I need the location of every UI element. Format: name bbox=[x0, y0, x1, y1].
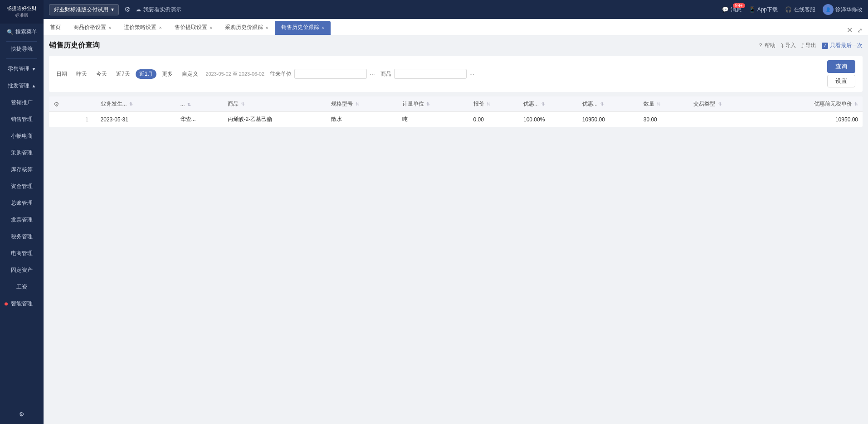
page-header: 销售历史价查询 ？ 帮助 ⤵ 导入 ⤴ 导出 只看最后一次 bbox=[49, 41, 863, 50]
tabbar: 首页 商品价格设置 × 进价策略设置 × 售价提取设置 × 采购历史价跟踪 × … bbox=[44, 19, 868, 35]
query-button[interactable]: 查询 bbox=[827, 60, 855, 73]
sort-icon-extra: ⇅ bbox=[187, 102, 191, 107]
sidebar-item-retail[interactable]: 零售管理 ▼ bbox=[0, 61, 44, 77]
help-button[interactable]: ？ 帮助 bbox=[758, 42, 775, 49]
tab-sale-extract[interactable]: 售价提取设置 × bbox=[168, 21, 219, 35]
col-trade-type[interactable]: 交易类型 ⇅ bbox=[689, 96, 760, 112]
col-pretax-price[interactable]: 优惠前无税单价 ⇅ bbox=[760, 96, 863, 112]
sidebar-item-ledger[interactable]: 总账管理 bbox=[0, 195, 44, 212]
row-product: 丙烯酸-2-乙基己酯 bbox=[223, 112, 327, 127]
selector-label: 好业财标准版交付试用 bbox=[54, 6, 108, 14]
messages-button[interactable]: 💬 消息 99+ bbox=[722, 6, 741, 14]
user-avatar: 👤 bbox=[823, 4, 834, 15]
sidebar-item-marketing[interactable]: 营销推广 bbox=[0, 94, 44, 111]
supplier-dots-button[interactable]: ··· bbox=[370, 70, 375, 77]
col-gear[interactable]: ⚙ bbox=[49, 96, 78, 112]
product-dots-button[interactable]: ··· bbox=[469, 70, 475, 77]
sort-icon-discount-pct: ⇅ bbox=[541, 101, 545, 106]
filter-bar: 日期 昨天 今天 近7天 近1月 更多 自定义 2023-05-02 至 202… bbox=[49, 56, 863, 92]
tab-purchase-strategy[interactable]: 进价策略设置 × bbox=[117, 21, 168, 35]
sidebar-settings-icon[interactable]: ⚙ bbox=[19, 405, 24, 424]
tab-price-setting[interactable]: 商品价格设置 × bbox=[67, 21, 117, 35]
date-btn-today[interactable]: 今天 bbox=[93, 69, 111, 79]
date-btn-custom[interactable]: 自定义 bbox=[178, 69, 202, 79]
online-service-button[interactable]: 🎧 在线客服 bbox=[785, 6, 815, 14]
tab-expand-button[interactable]: ⤢ bbox=[855, 26, 864, 34]
row-discount-val: 10950.00 bbox=[578, 112, 639, 127]
results-table: ⚙ 业务发生... ⇅ ... ⇅ 商品 ⇅ bbox=[49, 96, 863, 127]
row-pretax-price: 10950.00 bbox=[760, 112, 863, 127]
sidebar-item-wholesale[interactable]: 批发管理 ▲ bbox=[0, 77, 44, 94]
tab-window-close-button[interactable]: ✕ bbox=[844, 26, 855, 35]
date-btn-7days[interactable]: 近7天 bbox=[112, 69, 134, 79]
col-unit[interactable]: 计量单位 ⇅ bbox=[398, 96, 469, 112]
sidebar-item-ecom[interactable]: 电商管理 bbox=[0, 245, 44, 262]
sidebar-item-assets[interactable]: 固定资产 bbox=[0, 262, 44, 279]
col-price[interactable]: 报价 ⇅ bbox=[469, 96, 519, 112]
supplier-input[interactable] bbox=[294, 69, 367, 79]
sort-icon-product: ⇅ bbox=[241, 101, 244, 106]
row-gear-cell bbox=[49, 112, 78, 127]
sort-icon-price: ⇅ bbox=[487, 101, 490, 106]
settings-button[interactable]: 设置 bbox=[827, 75, 855, 87]
sort-icon-biz-date: ⇅ bbox=[129, 101, 133, 106]
only-last-checkbox[interactable] bbox=[822, 43, 828, 49]
page-actions: ？ 帮助 ⤵ 导入 ⤴ 导出 只看最后一次 bbox=[758, 42, 863, 49]
smart-dot bbox=[5, 302, 8, 305]
col-discount-pct[interactable]: 优惠... ⇅ bbox=[519, 96, 578, 112]
user-profile-button[interactable]: 👤 徐泽华修改 bbox=[823, 4, 863, 15]
tab-close-price-setting[interactable]: × bbox=[108, 25, 111, 30]
topbar-gear-icon[interactable]: ⚙ bbox=[124, 5, 130, 14]
row-discount-pct: 100.00% bbox=[519, 112, 578, 127]
product-label: 商品 bbox=[380, 70, 391, 78]
cloud-icon: ☁ bbox=[136, 6, 141, 13]
export-button[interactable]: ⤴ 导出 bbox=[801, 42, 816, 49]
supplier-filter-field: 往来单位 ··· bbox=[270, 69, 375, 79]
col-extra[interactable]: ... ⇅ bbox=[176, 96, 223, 112]
tab-home[interactable]: 首页 bbox=[44, 21, 67, 35]
date-btn-yesterday[interactable]: 昨天 bbox=[73, 69, 91, 79]
col-spec[interactable]: 规格型号 ⇅ bbox=[327, 96, 398, 112]
sidebar-item-finance[interactable]: 资金管理 bbox=[0, 178, 44, 195]
col-product[interactable]: 商品 ⇅ bbox=[223, 96, 327, 112]
tab-close-sale-history[interactable]: × bbox=[322, 25, 324, 30]
tab-close-purchase-strategy[interactable]: × bbox=[159, 25, 161, 30]
product-input[interactable] bbox=[394, 69, 467, 79]
sidebar-logo: 畅捷通好业财 标准版 bbox=[0, 0, 44, 24]
sidebar-item-xiaochang[interactable]: 小畅电商 bbox=[0, 128, 44, 145]
sidebar-item-smart[interactable]: 智能管理 bbox=[0, 295, 44, 312]
sort-icon-unit: ⇅ bbox=[426, 101, 430, 106]
sidebar-quick-nav[interactable]: 快捷导航 bbox=[11, 43, 33, 57]
topbar-right: 💬 消息 99+ 📱 App下载 🎧 在线客服 👤 徐泽华修改 bbox=[722, 4, 863, 15]
sort-icon-pretax-price: ⇅ bbox=[854, 101, 858, 106]
sidebar-item-payroll[interactable]: 工资 bbox=[0, 279, 44, 295]
sidebar-divider-nav bbox=[6, 58, 37, 59]
date-btn-1month[interactable]: 近1月 bbox=[136, 69, 157, 79]
only-last-checkbox-container[interactable]: 只看最后一次 bbox=[822, 42, 863, 49]
date-btn-more[interactable]: 更多 bbox=[158, 69, 176, 79]
help-icon: ？ bbox=[758, 42, 763, 49]
tab-close-sale-extract[interactable]: × bbox=[210, 25, 212, 30]
only-last-label: 只看最后一次 bbox=[830, 42, 863, 49]
sidebar-item-invoice[interactable]: 发票管理 bbox=[0, 212, 44, 228]
sidebar-item-tax[interactable]: 税务管理 bbox=[0, 228, 44, 245]
content-area: 销售历史价查询 ？ 帮助 ⤵ 导入 ⤴ 导出 只看最后一次 bbox=[44, 35, 868, 424]
col-biz-date[interactable]: 业务发生... ⇅ bbox=[96, 96, 176, 112]
topbar: 好业财标准版交付试用 ▾ ⚙ ☁ 我要看实例演示 💬 消息 99+ 📱 App下… bbox=[44, 0, 868, 19]
chevron-icon-retail: ▼ bbox=[32, 67, 36, 72]
tab-sale-history[interactable]: 销售历史价跟踪 × bbox=[275, 21, 331, 35]
col-qty[interactable]: 数量 ⇅ bbox=[639, 96, 689, 112]
sidebar-item-inventory[interactable]: 库存核算 bbox=[0, 161, 44, 178]
sort-icon-spec: ⇅ bbox=[356, 101, 359, 106]
sidebar-item-sales[interactable]: 销售管理 bbox=[0, 111, 44, 128]
demo-link[interactable]: ☁ 我要看实例演示 bbox=[136, 6, 181, 14]
col-discount-val[interactable]: 优惠... ⇅ bbox=[578, 96, 639, 112]
import-button[interactable]: ⤵ 导入 bbox=[781, 42, 796, 49]
product-selector[interactable]: 好业财标准版交付试用 ▾ bbox=[49, 4, 119, 15]
sidebar-search[interactable]: 🔍 搜索菜单 bbox=[7, 24, 37, 39]
sidebar-item-purchase[interactable]: 采购管理 bbox=[0, 145, 44, 161]
app-download-button[interactable]: 📱 App下载 bbox=[749, 6, 778, 14]
tab-purchase-history[interactable]: 采购历史价跟踪 × bbox=[219, 21, 274, 35]
date-filter-label: 日期 bbox=[56, 70, 67, 78]
tab-close-purchase-history[interactable]: × bbox=[265, 25, 268, 30]
